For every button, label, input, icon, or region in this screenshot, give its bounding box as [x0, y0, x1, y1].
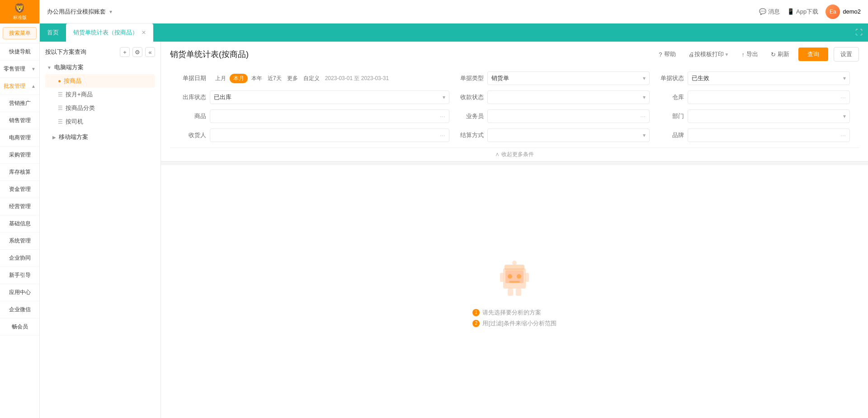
tab-sales-stat[interactable]: 销货单统计表（按商品） ✕ — [66, 24, 153, 42]
out-status-control[interactable]: 已出库 ▾ — [210, 90, 449, 104]
svg-rect-8 — [516, 289, 521, 296]
sidebar-item-guide[interactable]: 新手引导 — [0, 267, 39, 284]
salesperson-control[interactable]: ··· — [487, 109, 650, 123]
svg-point-3 — [517, 274, 521, 279]
date-btn-custom[interactable]: 自定义 — [302, 74, 321, 83]
app-icon: 📱 — [787, 8, 794, 15]
brand-dots-icon[interactable]: ··· — [840, 132, 846, 139]
workspace-title: 办公用品行业模拟账套 — [47, 8, 106, 16]
workspace-dropdown-icon[interactable]: ▾ — [109, 9, 112, 15]
main-area: 办公用品行业模拟账套 ▾ 💬 消息 📱 App下载 Ea demo2 首页 销货… — [40, 0, 868, 418]
message-button[interactable]: 💬 消息 — [759, 8, 780, 16]
scheme-by-category[interactable]: ☰ 按商品分类 — [45, 101, 155, 115]
out-status-field: 出库状态 已出库 ▾ — [179, 90, 449, 104]
pc-group-title[interactable]: ▼ 电脑端方案 — [45, 61, 155, 74]
sidebar-item-ecommerce[interactable]: 电商管理 — [0, 129, 39, 147]
sidebar-item-inventory[interactable]: 库存核算 — [0, 164, 39, 181]
tab-sales-stat-label: 销货单统计表（按商品） — [73, 28, 138, 37]
settings-button[interactable]: 设置 — [834, 47, 859, 62]
salesperson-dots-icon[interactable]: ··· — [640, 113, 646, 120]
product-dots-icon[interactable]: ··· — [440, 113, 445, 120]
export-icon: ↑ — [742, 51, 745, 58]
sidebar-item-operation[interactable]: 经营管理 — [0, 198, 39, 215]
username-label: demo2 — [843, 8, 861, 15]
app-download-label: App下载 — [796, 8, 818, 16]
scheme-by-category-label: 按商品分类 — [66, 104, 95, 112]
tab-home[interactable]: 首页 — [40, 24, 66, 42]
print-icon: 🖨 — [689, 51, 694, 58]
scheme-by-month-product-label: 按月+商品 — [66, 90, 93, 99]
doc-type-control[interactable]: 销货单 ▾ — [487, 71, 650, 85]
sidebar-item-wholesale[interactable]: 批发管理 ▲ — [0, 78, 39, 95]
date-btn-last-month[interactable]: 上月 — [213, 74, 228, 83]
svg-rect-7 — [508, 289, 513, 296]
mobile-group-title[interactable]: ▶ 移动端方案 — [45, 130, 155, 144]
collapse-panel-button[interactable]: « — [145, 47, 155, 57]
consignee-control[interactable]: ··· — [210, 128, 449, 142]
payment-status-label: 收款状态 — [457, 93, 484, 101]
query-button[interactable]: 查询 — [798, 48, 828, 61]
sidebar-item-marketing[interactable]: 营销推广 — [0, 95, 39, 112]
brand-control[interactable]: ··· — [688, 128, 850, 142]
empty-tip-1-text: 请先选择要分析的方案 — [482, 307, 541, 318]
scheme-by-product-label: 按商品 — [64, 77, 81, 85]
header-right: 💬 消息 📱 App下载 Ea demo2 — [759, 5, 861, 19]
refresh-button[interactable]: ↻ 刷新 — [767, 48, 793, 60]
sidebar-item-sales[interactable]: 销售管理 — [0, 112, 39, 129]
collapse-label: ∧ 收起更多条件 — [495, 151, 533, 157]
sidebar-item-corp[interactable]: 企业协同 — [0, 250, 39, 267]
collapse-conditions-button[interactable]: ∧ 收起更多条件 — [170, 147, 859, 161]
tab-bar: 首页 销货单统计表（按商品） ✕ ⛶ — [40, 24, 868, 42]
print-button[interactable]: 🖨 按模板打印 ▼ — [685, 48, 733, 60]
export-button[interactable]: ↑ 导出 — [738, 48, 762, 60]
add-scheme-button[interactable]: + — [120, 47, 130, 57]
doc-status-label: 单据状态 — [657, 74, 684, 82]
payment-status-chevron-icon: ▾ — [643, 94, 646, 100]
sidebar-item-appstore[interactable]: 应用中心 — [0, 284, 39, 301]
department-control[interactable]: ▾ — [688, 109, 850, 123]
sidebar-item-basic[interactable]: 基础信息 — [0, 215, 39, 233]
warehouse-control[interactable]: ··· — [688, 90, 850, 104]
doc-status-control[interactable]: 已生效 ▾ — [688, 71, 850, 85]
date-btn-7days[interactable]: 近7天 — [266, 74, 283, 83]
sidebar-item-wechat[interactable]: 企业微信 — [0, 301, 39, 318]
sidebar-item-finance[interactable]: 资金管理 — [0, 181, 39, 198]
print-dropdown-icon[interactable]: ▼ — [725, 52, 729, 57]
tip-num-2: 2 — [472, 320, 480, 327]
sidebar-item-purchase[interactable]: 采购管理 — [0, 147, 39, 164]
filter-row-1: 单据日期 上月 本月 本年 近7天 更多 自定义 2023-03-01 至 20… — [179, 71, 850, 85]
product-control[interactable]: ··· — [210, 109, 449, 123]
doc-type-label: 单据类型 — [457, 74, 484, 82]
doc-type-field: 单据类型 销货单 ▾ — [457, 71, 650, 85]
page-header: 销货单统计表(按商品) ? 帮助 🖨 按模板打印 ▼ ↑ — [161, 42, 868, 162]
warehouse-dots-icon[interactable]: ··· — [840, 94, 846, 101]
payment-status-control[interactable]: ▾ — [487, 90, 650, 104]
tab-maximize-button[interactable]: ⛶ — [850, 28, 868, 37]
user-menu[interactable]: Ea demo2 — [826, 5, 861, 19]
date-btn-this-month[interactable]: 本月 — [230, 74, 248, 83]
help-icon: ? — [659, 51, 662, 58]
sidebar-item-member[interactable]: 畅会员 — [0, 318, 39, 336]
help-label: 帮助 — [664, 50, 676, 58]
scheme-by-month-product[interactable]: ☰ 按月+商品 — [45, 88, 155, 101]
app-download-button[interactable]: 📱 App下载 — [787, 8, 818, 16]
edit-scheme-button[interactable]: ⚙ — [132, 47, 142, 57]
department-chevron-icon: ▾ — [843, 113, 846, 119]
filter-form: 单据日期 上月 本月 本年 近7天 更多 自定义 2023-03-01 至 20… — [170, 66, 859, 147]
out-status-chevron-icon: ▾ — [443, 94, 445, 100]
consignee-dots-icon[interactable]: ··· — [440, 132, 445, 139]
sidebar-item-retail[interactable]: 零售管理 ▼ — [0, 61, 39, 78]
date-btn-this-year[interactable]: 本年 — [250, 74, 264, 83]
scheme-by-cashier[interactable]: ☰ 按司机 — [45, 115, 155, 128]
page-title-row: 销货单统计表(按商品) ? 帮助 🖨 按模板打印 ▼ ↑ — [170, 47, 859, 66]
settlement-control[interactable]: ▾ — [487, 128, 650, 142]
tab-close-icon[interactable]: ✕ — [142, 29, 146, 36]
help-button[interactable]: ? 帮助 — [655, 48, 679, 60]
date-btn-more[interactable]: 更多 — [285, 74, 300, 83]
sidebar-item-system[interactable]: 系统管理 — [0, 233, 39, 250]
sidebar-item-quick-nav[interactable]: 快捷导航 — [0, 43, 39, 61]
logo[interactable]: 🦁 标准版 — [0, 0, 39, 24]
search-menu-button[interactable]: 搜索菜单 — [3, 27, 37, 39]
scheme-by-cashier-label: 按司机 — [66, 118, 83, 126]
scheme-by-product[interactable]: ● 按商品 — [45, 74, 155, 88]
